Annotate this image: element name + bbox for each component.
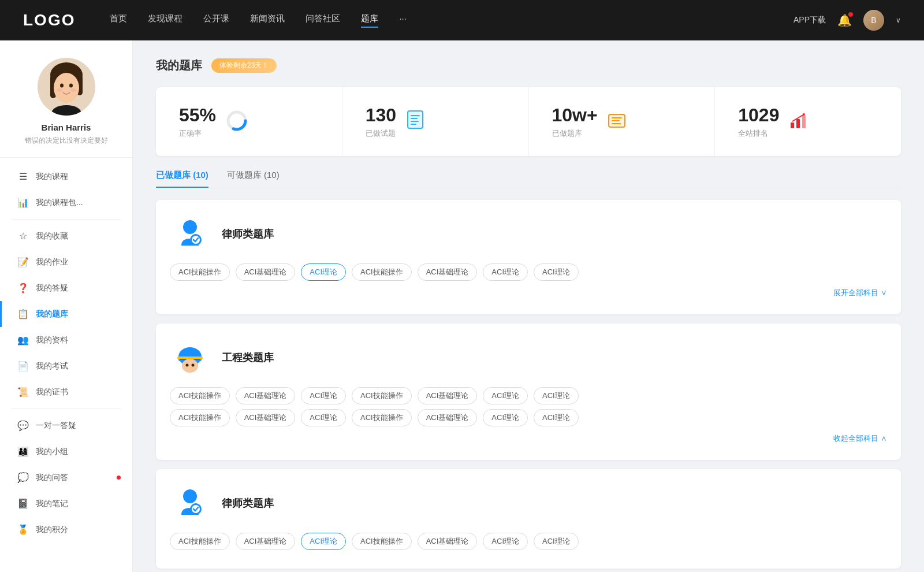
sidebar-label-cert: 我的证书	[36, 387, 68, 398]
svg-point-27	[183, 220, 197, 234]
tag[interactable]: ACI理论	[483, 263, 528, 281]
tag[interactable]: ACI理论	[534, 409, 579, 426]
accuracy-icon	[225, 109, 248, 135]
tag-active[interactable]: ACI理论	[301, 263, 346, 281]
svg-rect-21	[612, 120, 620, 121]
qbank-icon: 📋	[17, 309, 29, 320]
sidebar-item-homework[interactable]: 📝 我的作业	[0, 249, 132, 275]
tag[interactable]: ACI理论	[534, 263, 579, 281]
sidebar-divider-1	[12, 219, 121, 220]
sidebar-item-profile[interactable]: 👥 我的资料	[0, 327, 132, 353]
user-menu-chevron[interactable]: ∨	[896, 16, 901, 24]
tag[interactable]: ACI技能操作	[170, 409, 230, 426]
sidebar-item-points[interactable]: 🏅 我的积分	[0, 517, 132, 543]
stat-rank: 1029 全站排名	[715, 87, 901, 156]
svg-rect-20	[612, 117, 622, 118]
tag[interactable]: ACI基础理论	[236, 387, 296, 404]
tag[interactable]: ACI理论	[483, 533, 528, 550]
profile-motto: 错误的决定比没有决定要好	[25, 136, 108, 146]
tag[interactable]: ACI基础理论	[236, 533, 296, 550]
sidebar-item-exam[interactable]: 📄 我的考试	[0, 353, 132, 379]
page-title: 我的题库	[156, 58, 202, 73]
sidebar-item-collect[interactable]: ☆ 我的收藏	[0, 223, 132, 249]
tag[interactable]: ACI技能操作	[352, 409, 412, 426]
course-icon: ☰	[17, 171, 29, 182]
sidebar-item-question[interactable]: 💭 我的问答	[0, 465, 132, 491]
nav-public[interactable]: 公开课	[203, 13, 229, 28]
nav-home[interactable]: 首页	[110, 13, 127, 28]
sidebar-item-course[interactable]: ☰ 我的课程	[0, 164, 132, 190]
sidebar-label-course: 我的课程	[36, 172, 68, 182]
svg-point-7	[57, 88, 62, 92]
tag[interactable]: ACI基础理论	[418, 533, 478, 550]
cert-icon: 📜	[17, 387, 29, 398]
sidebar-label-points: 我的积分	[36, 525, 68, 535]
collect-icon: ☆	[17, 231, 29, 242]
tags-row-lawyer1: ACI技能操作 ACI基础理论 ACI理论 ACI技能操作 ACI基础理论 AC…	[170, 263, 887, 281]
svg-rect-34	[177, 356, 203, 359]
tag[interactable]: ACI基础理论	[418, 387, 478, 404]
app-download-button[interactable]: APP下载	[793, 15, 826, 25]
stat-done-questions: 130 已做试题	[342, 87, 529, 156]
sidebar-item-qa[interactable]: ❓ 我的答疑	[0, 275, 132, 301]
tab-todo[interactable]: 可做题库 (10)	[227, 170, 280, 188]
svg-point-5	[60, 84, 64, 88]
svg-rect-22	[612, 123, 621, 124]
tag[interactable]: ACI理论	[483, 387, 528, 404]
question-badge	[117, 476, 121, 480]
sidebar-label-qbank: 我的题库	[36, 309, 68, 320]
sidebar-item-package[interactable]: 📊 我的课程包...	[0, 190, 132, 216]
sidebar-label-package: 我的课程包...	[36, 198, 83, 208]
tags-row-lawyer2: ACI技能操作 ACI基础理论 ACI理论 ACI技能操作 ACI基础理论 AC…	[170, 533, 887, 550]
nav-discover[interactable]: 发现课程	[148, 13, 182, 28]
sidebar-label-notes: 我的笔记	[36, 499, 68, 509]
group-icon: 👨‍👩‍👧	[17, 446, 29, 457]
tag[interactable]: ACI基础理论	[236, 409, 296, 426]
tag[interactable]: ACI理论	[301, 387, 346, 404]
user-avatar[interactable]: B	[863, 10, 884, 31]
tag[interactable]: ACI技能操作	[352, 533, 412, 550]
expand-link-lawyer1[interactable]: 展开全部科目 ∨	[170, 285, 887, 300]
sidebar-item-one-on-one[interactable]: 💬 一对一答疑	[0, 413, 132, 439]
nav-more[interactable]: ···	[399, 13, 407, 28]
qbank-name-lawyer2: 律师类题库	[222, 496, 274, 510]
nav-qbank[interactable]: 题库	[361, 13, 378, 28]
tag[interactable]: ACI技能操作	[170, 263, 230, 281]
nav-qa[interactable]: 问答社区	[305, 13, 340, 28]
tag[interactable]: ACI基础理论	[418, 409, 478, 426]
qbank-name-lawyer1: 律师类题库	[222, 227, 274, 241]
rank-icon	[788, 111, 808, 133]
qbank-card-engineer1: 工程类题库 ACI技能操作 ACI基础理论 ACI理论 ACI技能操作 ACI基…	[156, 324, 901, 460]
engineer-icon-1	[170, 337, 210, 378]
notification-bell[interactable]: 🔔	[837, 13, 852, 27]
tag[interactable]: ACI理论	[483, 409, 528, 426]
qbank-card-lawyer1: 律师类题库 ACI技能操作 ACI基础理论 ACI理论 ACI技能操作 ACI基…	[156, 200, 901, 314]
tag[interactable]: ACI基础理论	[418, 263, 478, 281]
tag[interactable]: ACI理论	[534, 387, 579, 404]
tag[interactable]: ACI技能操作	[170, 387, 230, 404]
sidebar-item-notes[interactable]: 📓 我的笔记	[0, 491, 132, 517]
tag[interactable]: ACI技能操作	[352, 263, 412, 281]
sidebar-item-group[interactable]: 👨‍👩‍👧 我的小组	[0, 439, 132, 465]
tab-done[interactable]: 已做题库 (10)	[156, 170, 208, 188]
tag-active[interactable]: ACI理论	[301, 533, 346, 550]
expand-link-engineer1[interactable]: 收起全部科目 ∧	[170, 431, 887, 446]
nav-news[interactable]: 新闻资讯	[250, 13, 285, 28]
sidebar-item-qbank[interactable]: 📋 我的题库	[0, 301, 132, 327]
sidebar-label-one-on-one: 一对一答疑	[36, 421, 76, 431]
qa-icon: ❓	[17, 283, 29, 294]
profile-avatar	[38, 58, 95, 116]
logo[interactable]: LOGO	[23, 11, 75, 29]
sidebar-item-cert[interactable]: 📜 我的证书	[0, 379, 132, 405]
svg-point-33	[182, 359, 198, 373]
tag[interactable]: ACI技能操作	[352, 387, 412, 404]
sidebar-label-exam: 我的考试	[36, 361, 68, 372]
tag[interactable]: ACI理论	[301, 409, 346, 426]
tag[interactable]: ACI理论	[534, 533, 579, 550]
tag[interactable]: ACI基础理论	[236, 263, 296, 281]
stat-accuracy: 55% 正确率	[156, 87, 342, 156]
svg-rect-25	[802, 116, 806, 128]
one-on-one-icon: 💬	[17, 420, 29, 431]
accuracy-label: 正确率	[179, 128, 216, 139]
tag[interactable]: ACI技能操作	[170, 533, 230, 550]
